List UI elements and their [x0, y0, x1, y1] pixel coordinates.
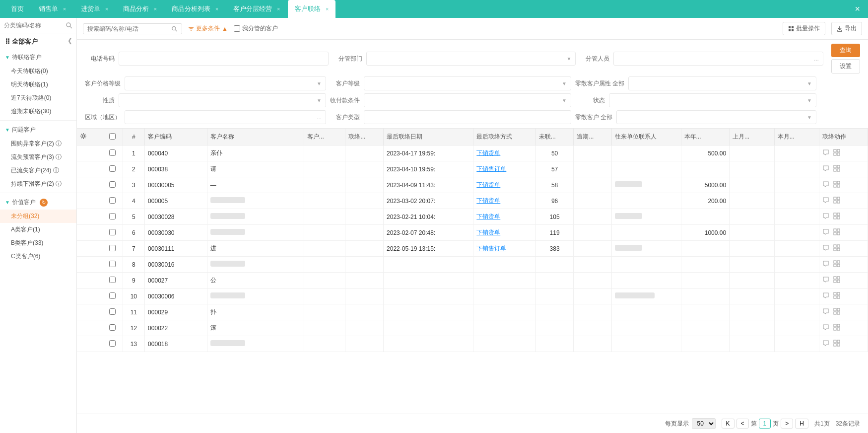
row-checkbox[interactable]: [109, 261, 116, 267]
retail-attr-select[interactable]: ▼: [628, 76, 816, 90]
chat-icon[interactable]: [822, 149, 829, 157]
last-method-link[interactable]: 下销售订单: [476, 245, 506, 252]
chat-icon[interactable]: [822, 324, 829, 332]
price-grade-select[interactable]: ▼: [125, 76, 326, 90]
last-method-link[interactable]: 下销货单: [476, 181, 500, 188]
row-checkbox[interactable]: [109, 229, 116, 235]
grid-icon[interactable]: [833, 228, 840, 237]
row-checkbox[interactable]: [109, 292, 116, 299]
sidebar-search-input[interactable]: [4, 22, 64, 29]
filter-search-input[interactable]: [87, 25, 168, 32]
col-name[interactable]: 客户名称: [207, 129, 304, 145]
grid-icon[interactable]: [833, 340, 840, 348]
last-method-link[interactable]: 下销售订单: [476, 165, 506, 172]
col-check[interactable]: [102, 129, 123, 145]
close-segment-icon[interactable]: ×: [277, 6, 280, 12]
nav-product-list[interactable]: 商品分析列表 ×: [165, 0, 225, 18]
last-method-link[interactable]: 下销货单: [476, 197, 500, 204]
col-this-month[interactable]: 本月...: [774, 129, 819, 145]
nav-product-analysis[interactable]: 商品分析 ×: [116, 0, 164, 18]
col-last-month[interactable]: 上月...: [730, 129, 775, 145]
nav-home[interactable]: 首页: [4, 0, 31, 18]
sidebar-item-today[interactable]: 今天待联络(0): [0, 65, 76, 78]
col-last-date[interactable]: 最后联络日期: [384, 129, 473, 145]
col-gear[interactable]: [77, 129, 102, 145]
grid-icon[interactable]: [833, 149, 840, 157]
last-method-link[interactable]: 下销货单: [476, 229, 500, 236]
close-contact-icon[interactable]: ×: [326, 6, 329, 12]
grid-icon[interactable]: [833, 197, 840, 205]
last-method-link[interactable]: 下销货单: [476, 213, 500, 220]
grid-icon[interactable]: [833, 181, 840, 189]
grid-icon[interactable]: [833, 244, 840, 253]
row-checkbox[interactable]: [109, 213, 116, 219]
chat-icon[interactable]: [822, 165, 829, 173]
sidebar-item-class-b[interactable]: B类客户(33): [0, 236, 76, 250]
window-close-button[interactable]: ×: [851, 4, 864, 14]
query-button[interactable]: 查询: [831, 44, 860, 57]
row-checkbox[interactable]: [109, 197, 116, 204]
sidebar-item-abnormal[interactable]: 囤购异常客户(2) ⓘ: [0, 137, 76, 150]
next-page-button[interactable]: >: [781, 419, 793, 429]
sidebar-item-tomorrow[interactable]: 明天待联络(1): [0, 78, 76, 91]
nav-purchase[interactable]: 进货单 ×: [74, 0, 115, 18]
customer-type-input[interactable]: [364, 110, 571, 124]
my-customers-checkbox[interactable]: [234, 25, 240, 32]
row-checkbox[interactable]: [109, 245, 116, 251]
col-this-year[interactable]: 本年...: [681, 129, 730, 145]
grid-icon[interactable]: [833, 213, 840, 221]
grid-icon[interactable]: [833, 292, 840, 300]
col-code[interactable]: 客户编码: [145, 129, 207, 145]
row-checkbox[interactable]: [109, 340, 116, 347]
col-contact[interactable]: 联络...: [345, 129, 384, 145]
nature-select[interactable]: ▼: [119, 93, 326, 107]
row-checkbox[interactable]: [109, 149, 116, 156]
col-last-method[interactable]: 最后联络方式: [473, 129, 535, 145]
chat-icon[interactable]: [822, 213, 829, 221]
sidebar-item-7days[interactable]: 近7天待联络(0): [0, 91, 76, 105]
prev-page-button[interactable]: <: [736, 419, 749, 429]
first-page-button[interactable]: K: [722, 419, 734, 429]
grid-icon[interactable]: [833, 165, 840, 173]
row-checkbox[interactable]: [109, 181, 116, 188]
payment-select[interactable]: ▼: [364, 93, 571, 107]
person-input[interactable]: …: [613, 52, 823, 66]
col-not-linked[interactable]: 未联...: [535, 129, 574, 145]
sidebar-item-class-c[interactable]: C类客户(6): [0, 250, 76, 263]
last-method-link[interactable]: 下销货单: [476, 149, 500, 156]
retail-customer-select[interactable]: ▼: [616, 110, 816, 124]
row-checkbox[interactable]: [109, 165, 116, 172]
col-contact-person[interactable]: 往来单位联系人: [612, 129, 681, 145]
close-list-icon[interactable]: ×: [215, 6, 218, 12]
sidebar-item-class-a[interactable]: A类客户(1): [0, 223, 76, 236]
dept-select[interactable]: ▼: [366, 52, 576, 66]
last-page-button[interactable]: H: [795, 419, 808, 429]
col-overdue[interactable]: 逾期...: [574, 129, 612, 145]
close-sales-icon[interactable]: ×: [63, 6, 66, 12]
chat-icon[interactable]: [822, 197, 829, 205]
sidebar-item-ungroup[interactable]: 未分组(32): [0, 210, 76, 223]
all-customers-header[interactable]: ⠿ 全部客户 《: [0, 33, 76, 50]
reset-button[interactable]: 设置: [831, 59, 860, 73]
batch-operation-button[interactable]: 批量操作: [783, 22, 825, 35]
chat-icon[interactable]: [822, 228, 829, 237]
region-input[interactable]: …: [125, 110, 326, 124]
my-customers-checkbox-container[interactable]: 我分管的客户: [234, 24, 278, 33]
grid-icon[interactable]: [833, 324, 840, 332]
export-button[interactable]: 导出: [831, 22, 862, 35]
sidebar-item-churned[interactable]: 已流失客户(24) ⓘ: [0, 164, 76, 177]
chat-icon[interactable]: [822, 260, 829, 269]
nav-customer-segment[interactable]: 客户分层经营 ×: [226, 0, 287, 18]
close-product-icon[interactable]: ×: [154, 6, 157, 12]
select-all-checkbox[interactable]: [109, 133, 116, 140]
grid-icon[interactable]: [833, 308, 840, 316]
sidebar-item-churn-warning[interactable]: 流失预警客户(3) ⓘ: [0, 150, 76, 164]
grid-icon[interactable]: [833, 260, 840, 269]
sidebar-item-declining[interactable]: 持续下滑客户(2) ⓘ: [0, 177, 76, 191]
chat-icon[interactable]: [822, 181, 829, 189]
chat-icon[interactable]: [822, 308, 829, 316]
chat-icon[interactable]: [822, 244, 829, 253]
per-page-select[interactable]: 50: [692, 418, 716, 429]
phone-input[interactable]: [119, 52, 329, 66]
more-conditions-button[interactable]: 更多条件 ▲: [188, 24, 228, 33]
